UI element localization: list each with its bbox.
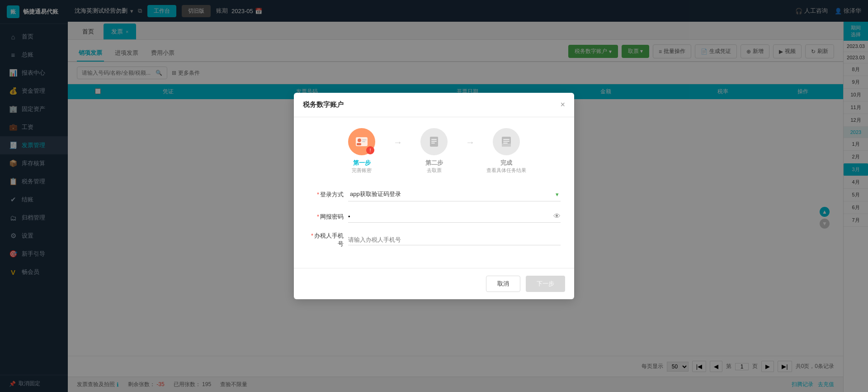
phone-wrapper <box>348 234 561 245</box>
svg-rect-2 <box>357 143 361 145</box>
login-method-select[interactable]: app获取验证码登录 ▾ <box>348 187 561 201</box>
step-2-icon <box>420 128 448 155</box>
password-label: 网报密码 <box>307 213 344 221</box>
tax-account-modal: 税务数字账户 × ! <box>294 93 574 299</box>
password-input[interactable] <box>348 213 553 220</box>
password-row: 网报密码 👁 <box>307 210 561 223</box>
next-button[interactable]: 下一步 <box>526 276 565 292</box>
step-arrow-2: → <box>461 128 479 148</box>
modal-close-button[interactable]: × <box>560 100 565 110</box>
step-1-badge: ! <box>366 146 374 154</box>
modal-body: ! 第一步 完善账密 → 第 <box>294 117 574 268</box>
steps-indicator: ! 第一步 完善账密 → 第 <box>307 128 561 174</box>
dropdown-arrow-icon: ▾ <box>556 191 559 198</box>
svg-rect-12 <box>503 143 508 143</box>
svg-rect-11 <box>503 141 509 142</box>
modal-overlay: 税务数字账户 × ! <box>0 0 868 392</box>
step-2-label: 第二步 <box>425 159 443 167</box>
step-3-desc: 查看具体任务结果 <box>486 167 526 174</box>
login-method-label: 登录方式 <box>307 191 344 199</box>
svg-rect-13 <box>502 143 511 147</box>
modal-form: 登录方式 app获取验证码登录 ▾ 网报密码 👁 办税人手机 <box>307 187 561 248</box>
svg-rect-8 <box>431 143 435 143</box>
step-2-desc: 去取票 <box>427 167 442 174</box>
password-wrapper: 👁 <box>348 210 561 223</box>
step-3-icon <box>493 128 520 155</box>
login-method-value: app获取验证码登录 <box>350 190 401 198</box>
svg-rect-3 <box>362 139 367 140</box>
phone-input[interactable] <box>348 236 561 243</box>
login-method-row: 登录方式 app获取验证码登录 ▾ <box>307 187 561 201</box>
step-1-label: 第一步 <box>353 159 371 167</box>
step-1-icon: ! <box>348 128 375 155</box>
svg-rect-7 <box>431 141 437 142</box>
eye-icon[interactable]: 👁 <box>553 212 561 220</box>
step-arrow-1: → <box>389 128 407 148</box>
svg-rect-4 <box>362 141 365 142</box>
svg-point-1 <box>358 139 361 142</box>
step-1: ! 第一步 完善账密 <box>335 128 389 174</box>
step-3-label: 完成 <box>500 159 512 167</box>
svg-rect-6 <box>431 139 437 140</box>
cancel-button[interactable]: 取消 <box>486 276 520 292</box>
modal-header: 税务数字账户 × <box>294 93 574 117</box>
step-1-desc: 完善账密 <box>352 167 372 174</box>
step-2: 第二步 去取票 <box>407 128 461 174</box>
phone-label: 办税人手机号 <box>307 232 344 248</box>
svg-rect-10 <box>503 139 509 140</box>
phone-row: 办税人手机号 <box>307 232 561 248</box>
modal-title: 税务数字账户 <box>303 100 344 109</box>
modal-footer: 取消 下一步 <box>294 268 574 299</box>
step-3: 完成 查看具体任务结果 <box>479 128 533 174</box>
